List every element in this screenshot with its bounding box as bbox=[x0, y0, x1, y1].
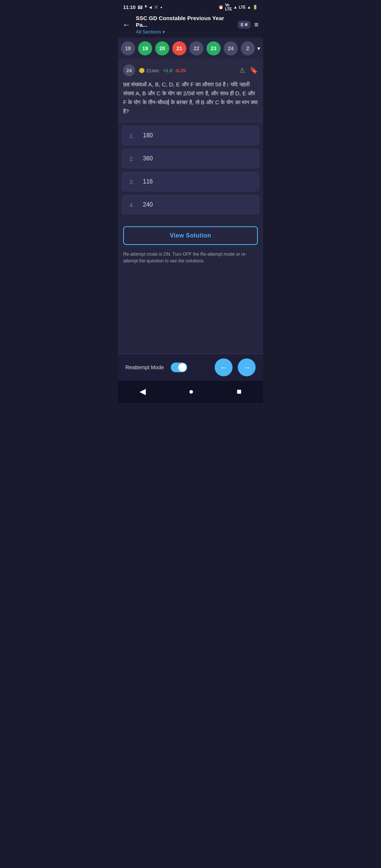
top-bar: ← SSC GD Constable Previous Year Pa... A… bbox=[118, 13, 263, 38]
question-number-badge: 24 bbox=[123, 64, 135, 76]
tab-2[interactable]: 2 bbox=[241, 41, 255, 55]
system-home-button[interactable]: ● bbox=[180, 384, 202, 399]
filter-icon: ▼ bbox=[256, 46, 261, 51]
alarm-icon: ⏰ bbox=[218, 5, 224, 10]
home-circle-icon: ● bbox=[189, 387, 193, 396]
view-solution-section: View Solution bbox=[118, 222, 263, 247]
status-right: ⏰ VoLTE ▲ LTE ▲ 🔋 bbox=[218, 3, 258, 11]
negative-marks: -0.25 bbox=[175, 68, 186, 73]
next-arrow-icon: → bbox=[243, 363, 250, 372]
option-value-3: 116 bbox=[143, 178, 153, 185]
system-nav-bar: ◀ ● ■ bbox=[118, 381, 263, 403]
signal-bars-icon: ▲ bbox=[233, 5, 237, 9]
tab-21[interactable]: 21 bbox=[172, 41, 186, 55]
option-1[interactable]: 1. 180 bbox=[122, 126, 259, 145]
chevron-down-icon: ▾ bbox=[163, 29, 165, 35]
option-2[interactable]: 2. 360 bbox=[122, 149, 259, 168]
question-marks: +1.0 -0.25 bbox=[163, 68, 186, 73]
question-action-icons: ⚠ 🔖 bbox=[239, 66, 258, 74]
option-num-4: 4. bbox=[129, 202, 137, 208]
question-meta: 24 🙂 21sec +1.0 -0.25 ⚠ 🔖 bbox=[123, 64, 258, 76]
filter-label: Filters bbox=[263, 46, 263, 51]
option-3[interactable]: 3. 116 bbox=[122, 172, 259, 191]
next-question-button[interactable]: → bbox=[238, 358, 256, 376]
time-display: 11:10 bbox=[123, 4, 135, 10]
navigation-buttons: ← → bbox=[215, 358, 256, 376]
bluetooth-icon: ᴮ bbox=[145, 4, 147, 10]
grid-icon: ⁙ bbox=[154, 4, 158, 10]
option-num-2: 2. bbox=[129, 156, 137, 162]
menu-button[interactable]: ≡ bbox=[254, 20, 259, 29]
timer-icon: 🙂 bbox=[139, 68, 145, 73]
message-icon: 🖂 bbox=[138, 4, 143, 10]
options-section: 1. 180 2. 360 3. 116 4. 240 bbox=[118, 122, 263, 222]
recents-square-icon: ■ bbox=[237, 387, 241, 396]
lte-signal-icon: VoLTE bbox=[225, 3, 232, 11]
tab-18[interactable]: 18 bbox=[121, 41, 135, 55]
option-value-4: 240 bbox=[143, 201, 153, 208]
tab-23[interactable]: 23 bbox=[206, 41, 221, 55]
reattempt-mode-toggle[interactable] bbox=[171, 363, 187, 372]
language-toggle-button[interactable]: E अ bbox=[238, 21, 250, 29]
lte-label: LTE bbox=[239, 5, 246, 9]
question-area: 24 🙂 21sec +1.0 -0.25 ⚠ 🔖 छह संख्याओं A,… bbox=[118, 59, 263, 122]
signal2-icon: ▲ bbox=[247, 5, 251, 9]
content-spacer bbox=[118, 272, 263, 354]
tab-19[interactable]: 19 bbox=[138, 41, 152, 55]
tab-20[interactable]: 20 bbox=[155, 41, 169, 55]
question-text: छह संख्याओं A, B, C, D, E और F का औसत 58… bbox=[123, 80, 258, 116]
status-bar: 11:10 🖂 ᴮ ◂ ⁙ • ⏰ VoLTE ▲ LTE ▲ 🔋 bbox=[118, 0, 263, 13]
title-block: SSC GD Constable Previous Year Pa... All… bbox=[136, 15, 234, 35]
back-button[interactable]: ← bbox=[121, 19, 132, 31]
system-recents-button[interactable]: ■ bbox=[228, 384, 250, 399]
option-num-1: 1. bbox=[129, 133, 137, 139]
timer-value: 21sec bbox=[146, 68, 159, 73]
all-sections-label: All Sections bbox=[136, 29, 161, 35]
bookmark-icon[interactable]: 🔖 bbox=[250, 66, 258, 74]
top-actions: E अ ≡ bbox=[238, 20, 259, 29]
battery-icon: 🔋 bbox=[253, 5, 258, 10]
option-value-1: 180 bbox=[143, 132, 153, 139]
view-solution-button[interactable]: View Solution bbox=[123, 226, 258, 245]
reattempt-mode-label: Reattempt Mode bbox=[125, 364, 164, 370]
option-4[interactable]: 4. 240 bbox=[122, 195, 259, 214]
tab-24[interactable]: 24 bbox=[224, 41, 238, 55]
prev-question-button[interactable]: ← bbox=[215, 358, 233, 376]
reattempt-mode-control: Reattempt Mode bbox=[125, 363, 187, 372]
option-value-2: 360 bbox=[143, 155, 153, 162]
tabs-scroll: 18 19 20 21 22 23 24 2 bbox=[121, 41, 255, 55]
option-num-3: 3. bbox=[129, 179, 137, 185]
filter-button[interactable]: ▼ Filters bbox=[256, 46, 263, 51]
prev-arrow-icon: ← bbox=[220, 363, 227, 372]
tab-22[interactable]: 22 bbox=[189, 41, 204, 55]
subtitle-section[interactable]: All Sections ▾ bbox=[136, 29, 234, 35]
question-timer: 🙂 21sec bbox=[139, 68, 159, 73]
reattempt-message: Re-attempt mode is ON. Turn OFF the Re-a… bbox=[118, 247, 263, 272]
page-title: SSC GD Constable Previous Year Pa... bbox=[136, 15, 234, 28]
bottom-bar: Reattempt Mode ← → bbox=[118, 354, 263, 381]
navigation-icon: ◂ bbox=[149, 4, 152, 10]
system-back-button[interactable]: ◀ bbox=[131, 384, 155, 399]
status-left: 11:10 🖂 ᴮ ◂ ⁙ • bbox=[123, 4, 162, 10]
dot-icon: • bbox=[160, 4, 162, 10]
alert-icon[interactable]: ⚠ bbox=[239, 66, 245, 74]
back-triangle-icon: ◀ bbox=[140, 387, 146, 396]
question-tabs-section: 18 19 20 21 22 23 24 2 ▼ Filters bbox=[118, 38, 263, 59]
positive-marks: +1.0 bbox=[163, 68, 173, 73]
